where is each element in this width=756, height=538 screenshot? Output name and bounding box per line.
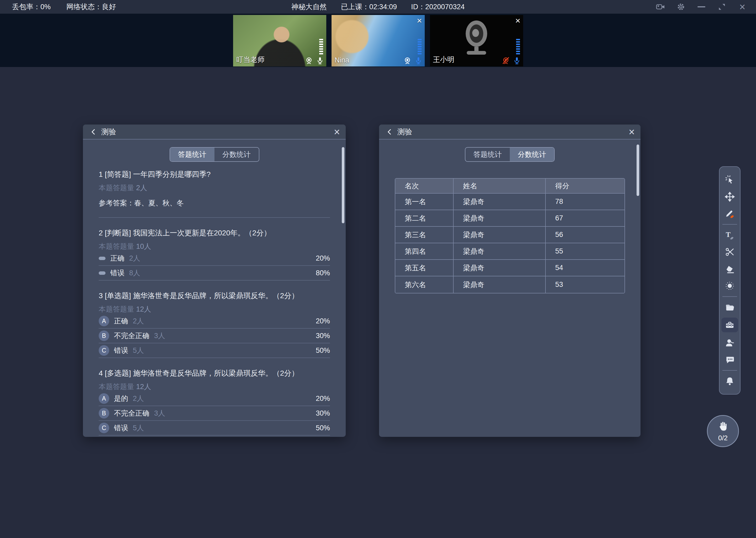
back-chevron-icon[interactable] <box>386 127 395 136</box>
video-tile[interactable]: ×Nina <box>332 15 425 67</box>
option-percent: 20% <box>316 254 330 262</box>
option-letter-badge: B <box>99 331 109 341</box>
chat-icon[interactable] <box>721 353 738 366</box>
reference-answer: 参考答案：春、夏、秋、冬 <box>99 198 330 208</box>
camera-icon[interactable] <box>403 56 412 65</box>
option-letter-badge: A <box>99 316 109 326</box>
close-icon[interactable]: × <box>629 127 635 137</box>
mic-icon[interactable] <box>513 56 521 65</box>
tools-sidebar: T <box>719 166 740 395</box>
video-tile[interactable]: ×王小明 <box>430 15 523 67</box>
option-letter-badge: B <box>99 408 109 418</box>
folder-icon[interactable] <box>721 301 738 314</box>
table-cell: 梁鼎奇 <box>453 193 546 210</box>
student-icon[interactable] <box>721 336 738 350</box>
move-icon[interactable] <box>721 190 738 203</box>
hand-icon <box>717 420 729 433</box>
video-tile[interactable]: 叮当老师 <box>233 15 326 67</box>
question-answer-count: 本题答题量 2人 <box>99 183 330 192</box>
option-stat-row: A是的2人20% <box>99 392 330 406</box>
fullscreen-icon[interactable] <box>716 2 728 12</box>
option-percent: 20% <box>316 395 330 403</box>
scrollbar-thumb[interactable] <box>342 147 344 223</box>
option-label: 错误 <box>114 423 128 433</box>
question-answer-count: 本题答题量 12人 <box>99 304 330 314</box>
camera-off-icon[interactable] <box>502 56 510 65</box>
toolbar-divider <box>722 296 737 297</box>
tab-answer-stats[interactable]: 答题统计 <box>170 148 214 161</box>
divider <box>99 217 330 218</box>
tab-answer-stats[interactable]: 答题统计 <box>465 148 510 161</box>
scissors-icon[interactable] <box>721 245 738 258</box>
option-label: 错误 <box>114 346 128 355</box>
table-cell: 55 <box>546 243 625 260</box>
tab-score-stats[interactable]: 分数统计 <box>214 148 259 161</box>
table-cell: 第一名 <box>395 193 453 210</box>
minimize-icon[interactable] <box>696 2 707 12</box>
mic-volume-bars <box>516 39 520 54</box>
question-title: 3 [单选题] 施华洛世奇是反华品牌，所以梁鼎琪反华。（2分） <box>99 291 330 300</box>
option-stat-row: C错误5人50% <box>99 421 330 436</box>
toolbar-divider <box>722 224 737 225</box>
option-count: 3人 <box>154 408 165 418</box>
packet-loss-status: 丢包率：0% <box>12 2 51 12</box>
question-block: 4 [多选题] 施华洛世奇是反华品牌，所以梁鼎琪反华。（2分）本题答题量 12人… <box>99 369 330 436</box>
close-video-icon[interactable]: × <box>417 16 422 26</box>
option-count: 8人 <box>129 268 140 278</box>
mic-icon[interactable] <box>414 56 423 65</box>
score-table: 名次姓名得分第一名梁鼎奇78第二名梁鼎奇67第三名梁鼎奇56第四名梁鼎奇55第五… <box>395 178 625 294</box>
table-cell: 第四名 <box>395 243 453 260</box>
record-camera-icon[interactable] <box>655 2 666 12</box>
option-count: 3人 <box>154 331 165 341</box>
mic-icon[interactable] <box>316 56 324 65</box>
option-letter-badge: C <box>99 345 109 356</box>
course-title: 神秘大自然 <box>291 2 327 12</box>
video-strip: 叮当老师×Nina×王小明 <box>0 14 756 67</box>
option-label: 不完全正确 <box>114 331 149 341</box>
pen-icon[interactable] <box>721 207 738 220</box>
panel-header: 测验 × <box>379 125 640 139</box>
bell-icon[interactable] <box>721 375 738 388</box>
question-title: 2 [判断题] 我国宪法上一次更新是在2020年。（2分） <box>99 228 330 238</box>
question-answer-count: 本题答题量 12人 <box>99 382 330 392</box>
panel-title: 测验 <box>398 127 412 137</box>
tab-score-stats[interactable]: 分数统计 <box>510 148 554 161</box>
close-icon[interactable]: × <box>334 127 340 137</box>
option-stat-row: C错误5人50% <box>99 343 330 358</box>
option-letter-badge: A <box>99 393 109 404</box>
text-tool-icon[interactable]: T <box>721 229 738 242</box>
option-percent: 20% <box>316 317 330 325</box>
raise-hand-button[interactable]: 0/2 <box>707 415 739 447</box>
table-cell: 第三名 <box>395 227 453 243</box>
table-header-cell: 姓名 <box>453 179 546 193</box>
option-stat-row: B不完全正确3人30% <box>99 329 330 343</box>
question-block: 1 [简答题] 一年四季分别是哪四季?本题答题量 2人参考答案：春、夏、秋、冬 <box>99 170 330 218</box>
laser-pointer-icon[interactable] <box>721 279 738 293</box>
table-cell: 54 <box>546 260 625 276</box>
packet-loss-label: 丢包率： <box>12 3 40 11</box>
eraser-icon[interactable] <box>721 262 738 276</box>
cursor-click-icon[interactable] <box>721 173 738 186</box>
participant-name: Nina <box>335 56 350 64</box>
option-stat-row: B不完全正确3人30% <box>99 406 330 421</box>
table-cell: 第二名 <box>395 210 453 227</box>
option-percent: 30% <box>316 409 330 417</box>
option-count: 2人 <box>129 253 140 263</box>
hand-raise-count: 0/2 <box>718 434 728 442</box>
network-status-value: 良好 <box>102 3 116 11</box>
back-chevron-icon[interactable] <box>90 127 99 136</box>
table-cell: 梁鼎奇 <box>453 243 546 260</box>
option-stat-row: 错误8人80% <box>99 266 330 281</box>
option-percent: 30% <box>316 332 330 340</box>
toolbox-icon[interactable] <box>721 318 738 332</box>
close-icon[interactable]: × <box>736 2 748 12</box>
network-status-label: 网络状态： <box>67 3 102 11</box>
topbar: 丢包率：0% 网络状态：良好 神秘大自然 已上课：02:34:09 ID：202… <box>0 0 756 14</box>
option-percent: 80% <box>316 269 330 277</box>
option-pill-icon <box>99 271 106 275</box>
close-video-icon[interactable]: × <box>515 16 521 26</box>
settings-gear-icon[interactable] <box>675 2 687 12</box>
question-block: 3 [单选题] 施华洛世奇是反华品牌，所以梁鼎琪反华。（2分）本题答题量 12人… <box>99 291 330 358</box>
scrollbar-thumb[interactable] <box>637 144 639 196</box>
camera-icon[interactable] <box>305 56 313 65</box>
